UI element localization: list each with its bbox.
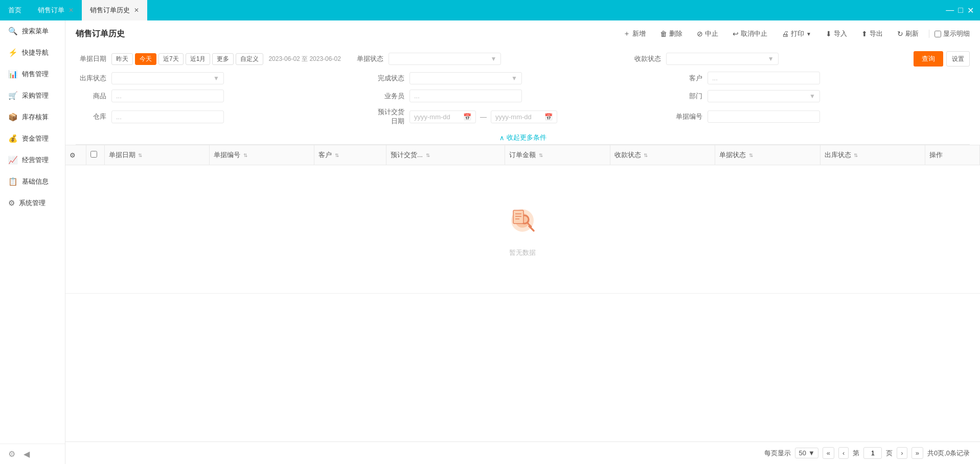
th-operation-label: 操作 (929, 151, 943, 159)
goods-label: 商品 (76, 92, 111, 101)
today-btn[interactable]: 今天 (135, 53, 156, 65)
th-bill-no-label: 单据编号 (214, 151, 240, 159)
salesman-select[interactable]: ... (409, 90, 522, 102)
query-button[interactable]: 查询 (914, 51, 943, 67)
th-order-amount[interactable]: 订单金额 ⇅ (505, 145, 610, 165)
th-out-status[interactable]: 出库状态 ⇅ (820, 145, 925, 165)
maximize-icon[interactable]: □ (958, 6, 963, 15)
new-button[interactable]: ＋ 新增 (618, 27, 651, 41)
close-window-icon[interactable]: ✕ (967, 6, 974, 15)
collapse-label: 收起更多条件 (507, 133, 546, 142)
settings-filter-button[interactable]: 设置 (946, 51, 970, 67)
customer-value: ... (708, 72, 970, 84)
export-button[interactable]: ⬆ 导出 (856, 27, 888, 41)
sort-payment-status-icon: ⇅ (644, 152, 648, 158)
calendar-end-icon[interactable]: 📅 (544, 113, 553, 121)
sidebar-item-inventory[interactable]: 📦 库存核算 (0, 106, 65, 128)
last7-btn[interactable]: 近7天 (158, 53, 184, 65)
stop-button[interactable]: ⊘ 中止 (692, 27, 723, 41)
print-button[interactable]: 🖨 打印 ▼ (777, 27, 816, 41)
th-bill-date-label: 单据日期 (109, 151, 135, 159)
tab-sales-history-close[interactable]: ✕ (134, 7, 139, 14)
show-detail-checkbox[interactable] (935, 31, 941, 37)
sidebar-item-operations-label: 经营管理 (22, 156, 49, 165)
collapse-row[interactable]: ∧ 收起更多条件 (76, 131, 970, 144)
th-delivery-date[interactable]: 预计交货... ⇅ (386, 145, 505, 165)
minimize-icon[interactable]: — (946, 6, 954, 15)
refresh-button[interactable]: ↻ 刷新 (892, 27, 924, 41)
first-page-btn[interactable]: « (823, 447, 834, 459)
complete-status-select[interactable]: ▼ (409, 72, 522, 84)
page-size-select[interactable]: 50 ▼ (795, 448, 818, 458)
sidebar-item-purchase[interactable]: 🛒 采购管理 (0, 85, 65, 106)
th-payment-status[interactable]: 收款状态 ⇅ (610, 145, 715, 165)
show-detail-check[interactable]: 显示明细 (935, 29, 970, 38)
sidebar-item-base-info[interactable]: 📋 基础信息 (0, 171, 65, 192)
window-controls: — □ ✕ (946, 6, 980, 15)
sidebar-item-finance[interactable]: 💰 资金管理 (0, 128, 65, 149)
import-button[interactable]: ⬇ 导入 (821, 27, 852, 41)
th-payment-status-label: 收款状态 (614, 151, 641, 159)
empty-state-cell: 暂无数据 (65, 165, 980, 294)
next-page-btn[interactable]: › (897, 447, 907, 459)
operations-icon: 📈 (8, 156, 18, 165)
collapse-sidebar-icon[interactable]: ◀ (24, 449, 30, 459)
sales-icon: 📊 (8, 70, 18, 79)
sidebar-item-search-label: 搜索菜单 (22, 27, 49, 36)
th-settings[interactable]: ⚙ (65, 145, 86, 165)
out-status-select[interactable]: ▼ (111, 72, 224, 84)
th-customer[interactable]: 客户 ⇅ (314, 145, 386, 165)
goods-select[interactable]: ... (111, 90, 224, 102)
bill-no-input[interactable] (708, 111, 820, 123)
sidebar-item-system[interactable]: ⚙ 系统管理 (0, 192, 65, 214)
yesterday-btn[interactable]: 昨天 (111, 53, 133, 65)
th-bill-no[interactable]: 单据编号 ⇅ (209, 145, 314, 165)
sidebar-item-operations[interactable]: 📈 经营管理 (0, 149, 65, 171)
th-order-amount-label: 订单金额 (509, 151, 536, 159)
sidebar-item-quick-nav[interactable]: ⚡ 快捷导航 (0, 42, 65, 63)
warehouse-select[interactable]: ... (111, 111, 224, 123)
tab-home-label: 首页 (8, 6, 21, 15)
custom-btn[interactable]: 自定义 (236, 53, 263, 65)
date-tag-group: 昨天 今天 近7天 近1月 更多 自定义 (111, 53, 263, 65)
sidebar-item-quick-nav-label: 快捷导航 (22, 48, 49, 57)
complete-status-label: 完成状态 (374, 74, 409, 83)
system-icon: ⚙ (8, 198, 15, 208)
last1month-btn[interactable]: 近1月 (186, 53, 211, 65)
delivery-date-start[interactable]: yyyy-mm-dd 📅 (409, 111, 476, 123)
tab-sales-history[interactable]: 销售订单历史 ✕ (82, 0, 147, 20)
th-bill-status[interactable]: 单据状态 ⇅ (715, 145, 820, 165)
tab-home[interactable]: 首页 (0, 0, 30, 20)
sort-delivery-date-icon: ⇅ (426, 152, 430, 158)
last-page-btn[interactable]: » (911, 447, 923, 459)
filter-area: 单据日期 昨天 今天 近7天 近1月 更多 自定义 2023-06-02 至 2… (76, 46, 970, 145)
th-bill-date[interactable]: 单据日期 ⇅ (104, 145, 209, 165)
delete-button[interactable]: 🗑 删除 (655, 27, 688, 41)
calendar-start-icon[interactable]: 📅 (463, 113, 471, 121)
more-btn[interactable]: 更多 (212, 53, 234, 65)
tab-sales-order-close[interactable]: ✕ (69, 7, 74, 14)
bill-status-select[interactable]: ▼ (389, 53, 501, 65)
customer-select[interactable]: ... (708, 72, 820, 84)
delete-icon: 🗑 (660, 30, 667, 38)
sidebar-item-search[interactable]: 🔍 搜索菜单 (0, 20, 65, 42)
department-select[interactable]: ▼ (708, 90, 820, 102)
page-title-row: 销售订单历史 ＋ 新增 🗑 删除 ⊘ 中止 ↩ (76, 27, 970, 41)
sidebar-item-sales[interactable]: 📊 销售管理 (0, 63, 65, 85)
th-check[interactable] (86, 145, 104, 165)
settings-bottom-icon[interactable]: ⚙ (8, 449, 15, 459)
search-menu-icon: 🔍 (8, 27, 18, 36)
refresh-label: 刷新 (905, 29, 919, 38)
tab-sales-order[interactable]: 销售订单 ✕ (30, 0, 82, 20)
select-all-checkbox[interactable] (90, 151, 97, 158)
prev-page-btn[interactable]: ‹ (838, 447, 849, 459)
payment-status-select[interactable]: ▼ (666, 53, 779, 65)
page-number-input[interactable] (863, 447, 882, 459)
page-size-text: 每页显示 (764, 449, 791, 458)
cancel-stop-button[interactable]: ↩ 取消中止 (727, 27, 772, 41)
delivery-date-label: 预计交货日期 (374, 107, 409, 126)
goods-value: ... (111, 90, 374, 102)
delivery-date-value: yyyy-mm-dd 📅 — yyyy-mm-dd 📅 (409, 111, 672, 123)
delivery-date-end[interactable]: yyyy-mm-dd 📅 (491, 111, 557, 123)
out-status-value: ▼ (111, 72, 374, 84)
